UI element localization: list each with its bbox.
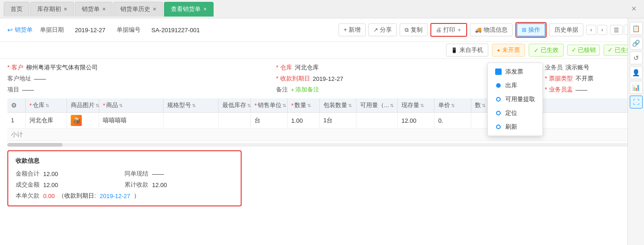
th-price: 单价 ⇅ bbox=[435, 98, 471, 112]
transaction-value: 12.00 bbox=[43, 182, 58, 188]
customer-value: 柳州粤港平安气体有限公司 bbox=[26, 63, 98, 72]
td-product: 嘻嘻嘻嘻 bbox=[99, 113, 164, 128]
address-field: 客户地址 —— bbox=[7, 74, 99, 83]
tab-close-inventory[interactable]: × bbox=[64, 6, 67, 12]
doc-header: ↩ 销货单 单据日期 2019-12-27 单据编号 SA-20191227-0… bbox=[0, 18, 644, 42]
no-label: 单据编号 bbox=[117, 26, 141, 34]
from-phone-button[interactable]: 📱 来自手机 bbox=[446, 44, 488, 57]
td-minstock bbox=[219, 113, 251, 128]
tab-sales-history[interactable]: 销货单历史 × bbox=[113, 2, 163, 17]
total-label: 金额合计 bbox=[16, 170, 40, 178]
right-panel: 📋 🔗 ↺ 👤 📊 ⛶ bbox=[627, 18, 644, 245]
same-settle-value: —— bbox=[152, 171, 164, 177]
settings-icon[interactable]: ⚙ bbox=[11, 102, 17, 109]
side-expand-button[interactable]: ⛶ bbox=[630, 96, 643, 108]
ticket-label: 票据类型 bbox=[545, 74, 573, 83]
outbound-item[interactable]: 出库 bbox=[488, 79, 542, 92]
verify-status-button[interactable]: ✓ 已生效 bbox=[529, 44, 564, 57]
no-value: SA-20191227-001 bbox=[152, 27, 200, 34]
th-minstock: 最低库存 ⇅ bbox=[219, 98, 251, 112]
available-qty-item[interactable]: 可用量提取 bbox=[488, 92, 542, 106]
history-button[interactable]: 历史单据 bbox=[549, 23, 583, 36]
tab-view-sales[interactable]: 查看销货单 × bbox=[164, 2, 214, 17]
tab-sales-order[interactable]: 销货单 × bbox=[75, 2, 113, 17]
side-chart-button[interactable]: 📊 bbox=[630, 81, 643, 94]
td-img: 📦 bbox=[67, 113, 99, 128]
invoice-status-button[interactable]: ● 未开票 bbox=[492, 44, 525, 57]
list-view-button[interactable]: ☰ bbox=[610, 25, 623, 35]
tab-bar: 首页 库存期初 × 销货单 × 销货单历史 × 查看销货单 × × bbox=[0, 0, 644, 18]
owed-row: 本单欠款 0.00 （收款到期日: 2019-12-27 ） bbox=[16, 192, 233, 200]
staff2-value: —— bbox=[576, 86, 588, 93]
staff-field: 业务员 演示账号 bbox=[545, 63, 637, 72]
payment-grid: 金额合计 12.00 同单现结 —— 成交金额 12.00 累计收款 12.00… bbox=[16, 170, 233, 200]
transaction-label: 成交金额 bbox=[16, 181, 40, 189]
print-button[interactable]: 🖨 打印 ▼ bbox=[430, 23, 467, 37]
side-return-button[interactable]: ↺ bbox=[630, 51, 643, 64]
toolbar: + 新增 ↗ 分享 ⧉ 复制 🖨 打印 ▼ 🚚 物流信息 ⊞ bbox=[339, 22, 637, 38]
ticket-field: 票据类型 不开票 bbox=[545, 74, 637, 83]
th-settings[interactable]: ⚙ bbox=[7, 98, 26, 112]
tab-close-view[interactable]: × bbox=[203, 6, 207, 12]
td-stock: 12.00 bbox=[398, 113, 435, 128]
sold-badge[interactable]: ✓ 已核销 bbox=[567, 45, 600, 56]
next-button[interactable]: › bbox=[597, 25, 607, 35]
add-invoice-item[interactable]: 添发票 bbox=[488, 65, 542, 79]
new-button[interactable]: + 新增 bbox=[339, 23, 366, 36]
th-packqty: 包装数量 ⇅ bbox=[320, 98, 356, 112]
td-avail bbox=[356, 113, 398, 128]
outbound-icon bbox=[496, 83, 501, 88]
tab-inventory-init[interactable]: 库存期初 × bbox=[30, 2, 74, 17]
total-amount-row: 金额合计 12.00 bbox=[16, 170, 124, 178]
owed-value: 0.00 bbox=[43, 193, 55, 199]
warehouse-field: 仓库 河北仓库 bbox=[276, 63, 368, 72]
operation-dropdown: 添发票 出库 可用量提取 定位 刷新 bbox=[487, 63, 543, 136]
address-value: —— bbox=[34, 75, 46, 82]
nav-arrows: ‹ › bbox=[586, 25, 607, 35]
due-date-value: 2019-12-27 bbox=[313, 75, 344, 82]
window-close-button[interactable]: × bbox=[627, 3, 640, 16]
warehouse-value: 河北仓库 bbox=[295, 63, 319, 72]
scroll-thumb[interactable] bbox=[7, 143, 62, 147]
side-user-button[interactable]: 👤 bbox=[630, 66, 643, 79]
address-label: 客户地址 bbox=[7, 74, 31, 83]
horizontal-scrollbar[interactable] bbox=[7, 143, 637, 147]
subtotal-value bbox=[58, 129, 637, 141]
prev-button[interactable]: ‹ bbox=[586, 25, 596, 35]
sub-toolbar: 📱 来自手机 ● 未开票 ✓ 已生效 ✓ 已核销 ✓ 已生效 bbox=[0, 42, 644, 59]
tab-close-sales[interactable]: × bbox=[102, 6, 106, 12]
locate-item[interactable]: 定位 bbox=[488, 106, 542, 120]
staff-label: 业务员 bbox=[545, 63, 563, 72]
same-settle-row: 同单现结 —— bbox=[124, 170, 233, 178]
tab-home[interactable]: 首页 bbox=[4, 2, 29, 17]
side-link-button[interactable]: 🔗 bbox=[630, 37, 643, 50]
side-doc-button[interactable]: 📋 bbox=[630, 22, 643, 35]
th-stock: 现存量 ⇅ bbox=[398, 98, 435, 112]
locate-icon bbox=[496, 111, 501, 115]
td-price: 0. bbox=[435, 113, 471, 128]
operation-button[interactable]: ⊞ 操作 bbox=[517, 23, 545, 36]
refresh-icon bbox=[496, 125, 501, 129]
cumulative-row: 累计收款 12.00 bbox=[124, 181, 233, 189]
share-button[interactable]: ↗ 分享 bbox=[368, 23, 397, 36]
add-note-button[interactable]: + 添加备注 bbox=[291, 85, 319, 94]
product-thumbnail: 📦 bbox=[71, 115, 82, 126]
project-field: 项目 —— bbox=[7, 85, 99, 94]
owed-label: 本单欠款 bbox=[16, 192, 40, 200]
tab-close-history[interactable]: × bbox=[153, 6, 156, 12]
due-date-field: 收款到期日 2019-12-27 bbox=[276, 74, 368, 83]
available-icon bbox=[496, 97, 501, 102]
logistics-button[interactable]: 🚚 物流信息 bbox=[470, 23, 513, 36]
customer-label: 客户 bbox=[7, 63, 23, 72]
td-qty: 1.00 bbox=[288, 113, 320, 128]
th-img: 商品图片 ⇅ bbox=[67, 98, 99, 112]
th-avail: 可用量（... ⇅ bbox=[356, 98, 398, 112]
subtotal-label: 小计 bbox=[7, 129, 58, 141]
copy-button[interactable]: ⧉ 复制 bbox=[400, 23, 428, 36]
cumulative-label: 累计收款 bbox=[124, 181, 148, 189]
warehouse-label: 仓库 bbox=[276, 63, 292, 72]
note-field: 备注 + 添加备注 bbox=[276, 85, 368, 94]
td-salesunit: 台 bbox=[251, 113, 288, 128]
th-warehouse: *仓库 ⇅ bbox=[26, 98, 67, 112]
refresh-item[interactable]: 刷新 bbox=[488, 120, 542, 134]
